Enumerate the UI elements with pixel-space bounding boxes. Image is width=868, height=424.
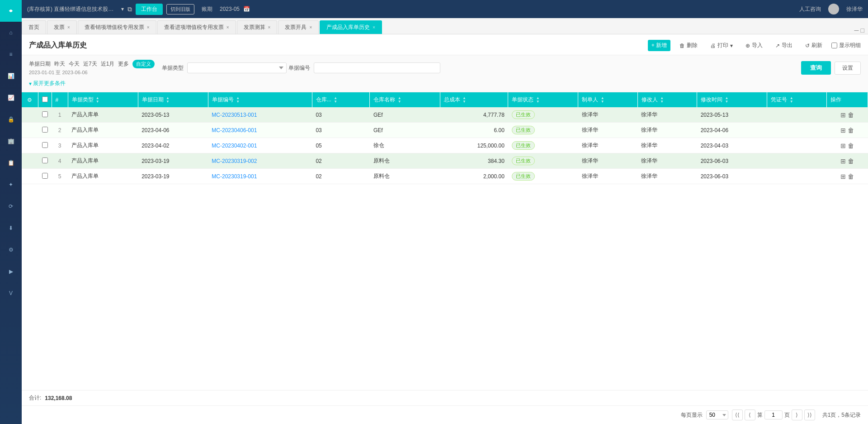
column-settings-icon[interactable]: ⚙ [27, 97, 32, 103]
row-number[interactable]: MC-20230406-001 [208, 123, 312, 138]
edit-icon[interactable]: ⊞ [840, 157, 846, 165]
sidebar-item-download[interactable]: ⬇ [0, 217, 22, 239]
tab-open-invoice[interactable]: 发票开具 × [278, 20, 319, 34]
set-button[interactable]: 设置 [835, 62, 861, 75]
page-size-select[interactable]: 50 20 100 [706, 410, 728, 419]
tab-product-history-close[interactable]: × [373, 25, 375, 30]
row-number[interactable]: MC-20230513-001 [208, 107, 312, 123]
tab-check-sales[interactable]: 查看销项增值税专用发票 × [78, 20, 156, 34]
delete-row-icon[interactable]: 🗑 [848, 173, 854, 180]
sidebar-item-analytics[interactable]: 📈 [0, 87, 22, 109]
display-switch-checkbox[interactable] [831, 43, 837, 48]
sidebar-item-settings[interactable]: ⚙ [0, 239, 22, 261]
filter-date-1month[interactable]: 近1月 [101, 60, 115, 68]
row-number-link[interactable]: MC-20230402-001 [212, 143, 257, 149]
maximize-icon[interactable]: □ [861, 27, 864, 34]
page-prev-button[interactable]: ⟨ [745, 410, 755, 420]
delete-button[interactable]: 🗑 删除 [676, 40, 701, 51]
sidebar-item-play[interactable]: ▶ [0, 261, 22, 282]
row-number-link[interactable]: MC-20230406-001 [212, 127, 257, 133]
print-dropdown-icon[interactable]: ▾ [730, 43, 733, 49]
row-number[interactable]: MC-20230319-002 [208, 153, 312, 169]
filter-type-select[interactable] [187, 62, 287, 73]
filter-number-input[interactable] [314, 62, 440, 73]
title-dropdown-icon[interactable]: ▾ [121, 6, 124, 12]
tab-invoice[interactable]: 发票 × [47, 20, 77, 34]
th-cost[interactable]: 总成本 ▲▼ [440, 92, 508, 107]
row-checkbox[interactable] [42, 127, 48, 133]
page-number-input[interactable] [764, 410, 783, 419]
th-wname[interactable]: 仓库名称 ▲▼ [370, 92, 440, 107]
delete-row-icon[interactable]: 🗑 [848, 111, 854, 119]
th-modifier[interactable]: 修改人 ▲▼ [637, 92, 697, 107]
edit-icon[interactable]: ⊞ [840, 173, 846, 180]
tab-open-invoice-close[interactable]: × [309, 25, 312, 30]
row-checkbox-col[interactable] [38, 169, 52, 184]
edit-icon[interactable]: ⊞ [840, 142, 846, 149]
tab-product-history[interactable]: 产成品入库单历史 × [320, 20, 382, 34]
refresh-button[interactable]: ↺ 刷新 [802, 40, 826, 51]
sidebar-item-org[interactable]: 🏢 [0, 130, 22, 152]
delete-row-icon[interactable]: 🗑 [848, 157, 854, 165]
sidebar-item-home[interactable]: ⌂ [0, 22, 22, 43]
filter-date-custom[interactable]: 自定义 [132, 60, 155, 68]
th-status[interactable]: 单据状态 ▲▼ [508, 92, 578, 107]
sidebar-item-lock[interactable]: 🔒 [0, 109, 22, 130]
minimize-icon[interactable]: ─ [854, 27, 859, 34]
workbench-button[interactable]: 工作台 [136, 4, 163, 15]
edit-icon[interactable]: ⊞ [840, 127, 846, 134]
page-last-button[interactable]: ⟩⟩ [804, 410, 815, 420]
edit-icon[interactable]: ⊞ [840, 111, 846, 119]
filter-date-yesterday[interactable]: 昨天 [54, 60, 65, 68]
row-checkbox-col[interactable] [38, 138, 52, 153]
page-next-button[interactable]: ⟩ [792, 410, 802, 420]
th-checkbox[interactable] [38, 92, 52, 107]
tab-home[interactable]: 首页 [22, 20, 46, 34]
print-button[interactable]: 🖨 打印 ▾ [707, 40, 736, 51]
expand-more-button[interactable]: ▾ 展开更多条件 [29, 80, 66, 87]
th-type[interactable]: 单据类型 ▲▼ [68, 92, 138, 107]
help-label[interactable]: 人工咨询 [799, 5, 821, 13]
th-date[interactable]: 单据日期 ▲▼ [138, 92, 208, 107]
switch-version-button[interactable]: 切到旧版 [166, 4, 194, 14]
sidebar-item-stamp[interactable]: ✦ [0, 174, 22, 195]
th-settings[interactable]: ⚙ [22, 92, 38, 107]
sidebar-item-sync[interactable]: ⟳ [0, 195, 22, 217]
row-number-link[interactable]: MC-20230319-002 [212, 158, 257, 164]
th-number[interactable]: 单据编号 ▲▼ [208, 92, 312, 107]
th-voucher[interactable]: 凭证号 ▲▼ [767, 92, 826, 107]
calendar-icon[interactable]: 📅 [243, 6, 250, 12]
row-number-link[interactable]: MC-20230319-001 [212, 173, 257, 180]
query-button[interactable]: 查询 [801, 61, 831, 75]
sidebar-item-list[interactable]: 📋 [0, 152, 22, 174]
th-mtime[interactable]: 修改时间 ▲▼ [697, 92, 767, 107]
sidebar-item-chart[interactable]: 📊 [0, 65, 22, 87]
select-all-checkbox[interactable] [42, 96, 48, 102]
new-button[interactable]: + 新增 [648, 40, 670, 51]
copy-icon[interactable]: ⧉ [127, 5, 132, 13]
tab-check-purchase[interactable]: 查看进项增值税专用发票 × [157, 20, 236, 34]
tab-check-purchase-close[interactable]: × [226, 25, 229, 30]
sidebar-item-doc[interactable]: ≡ [0, 43, 22, 65]
row-checkbox[interactable] [42, 142, 48, 148]
filter-date-today[interactable]: 今天 [69, 60, 80, 68]
row-checkbox[interactable] [42, 111, 48, 117]
delete-row-icon[interactable]: 🗑 [848, 127, 854, 134]
row-checkbox-col[interactable] [38, 107, 52, 123]
import-button[interactable]: ⊕ 导入 [742, 40, 766, 51]
sidebar-item-v[interactable]: V [0, 282, 22, 304]
th-wcode[interactable]: 仓库... ▲▼ [312, 92, 369, 107]
th-creator[interactable]: 制单人 ▲▼ [578, 92, 637, 107]
delete-row-icon[interactable]: 🗑 [848, 142, 854, 149]
row-number-link[interactable]: MC-20230513-001 [212, 112, 257, 118]
row-checkbox[interactable] [42, 157, 48, 163]
row-number[interactable]: MC-20230402-001 [208, 138, 312, 153]
user-name[interactable]: 徐泽华 [846, 5, 863, 13]
row-checkbox[interactable] [42, 173, 48, 179]
row-number[interactable]: MC-20230319-001 [208, 169, 312, 184]
tab-invoice-close[interactable]: × [67, 25, 70, 30]
row-checkbox-col[interactable] [38, 123, 52, 138]
tab-check-sales-close[interactable]: × [147, 25, 150, 30]
export-button[interactable]: ↗ 导出 [772, 40, 796, 51]
tab-calc[interactable]: 发票测算 × [237, 20, 278, 34]
